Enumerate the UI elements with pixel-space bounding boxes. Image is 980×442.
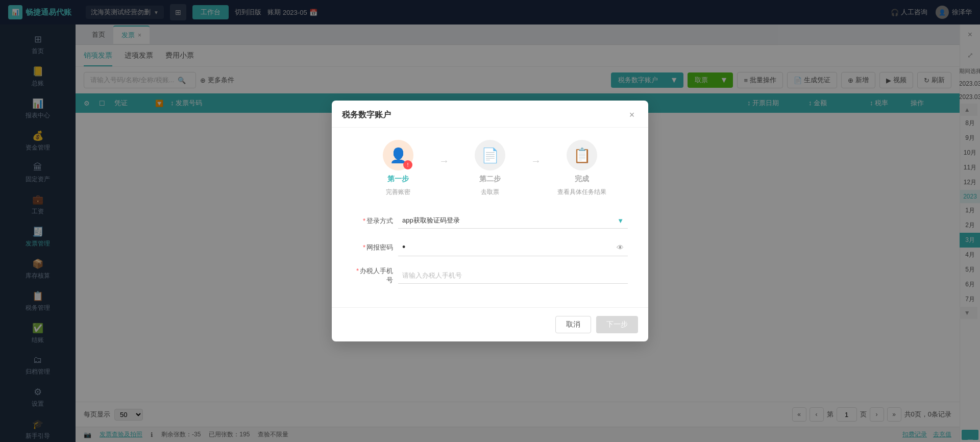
step-1-badge: ! xyxy=(403,160,412,169)
step-1-title: 第一步 xyxy=(387,175,409,184)
cancel-button[interactable]: 取消 xyxy=(555,316,591,333)
eye-icon[interactable]: 👁 xyxy=(617,243,624,252)
step-1-icon: 👤 ! xyxy=(383,140,413,170)
phone-label: *办税人手机号 xyxy=(352,266,398,285)
step-2-desc: 去取票 xyxy=(481,188,499,197)
step-2-doc-icon: 📄 xyxy=(481,147,499,164)
step-arrow-2: → xyxy=(521,155,551,181)
password-required: * xyxy=(363,243,365,251)
step-arrow-1: → xyxy=(429,155,459,181)
login-method-required: * xyxy=(363,217,365,225)
step-2-title: 第二步 xyxy=(479,175,501,184)
step-3-title: 完成 xyxy=(575,175,589,184)
next-button[interactable]: 下一步 xyxy=(596,316,638,333)
password-row: *网报密码 • 👁 xyxy=(352,239,628,256)
dialog-header: 税务数字账户 × xyxy=(332,101,648,128)
dialog-title: 税务数字账户 xyxy=(342,110,391,120)
login-method-row: *登录方式 app获取验证码登录 ▼ xyxy=(352,213,628,229)
step-3: 📋 完成 查看具体任务结果 xyxy=(551,140,612,197)
login-method-value: app获取验证码登录 xyxy=(402,216,460,225)
step-3-desc: 查看具体任务结果 xyxy=(557,188,606,197)
phone-required: * xyxy=(356,267,359,275)
step-2: 📄 第二步 去取票 xyxy=(459,140,521,197)
step-1: 👤 ! 第一步 完善账密 xyxy=(368,140,429,197)
login-method-dropdown-icon: ▼ xyxy=(617,217,624,225)
phone-placeholder: 请输入办税人手机号 xyxy=(402,271,462,280)
login-method-select[interactable]: app获取验证码登录 ▼ xyxy=(398,213,628,229)
dialog-overlay: 税务数字账户 × 👤 ! 第一步 完善账密 → xyxy=(0,0,980,442)
dialog-close-button[interactable]: × xyxy=(626,109,638,121)
phone-input[interactable]: 请输入办税人手机号 xyxy=(398,268,628,284)
step-3-icon: 📋 xyxy=(567,140,597,170)
step-2-icon: 📄 xyxy=(475,140,505,170)
step-3-clipboard-icon: 📋 xyxy=(573,147,591,164)
password-label: *网报密码 xyxy=(352,243,398,252)
dialog-body: 👤 ! 第一步 完善账密 → 📄 第二步 去取票 → xyxy=(332,128,648,307)
password-input[interactable]: • 👁 xyxy=(398,239,628,256)
phone-row: *办税人手机号 请输入办税人手机号 xyxy=(352,266,628,285)
step-1-desc: 完善账密 xyxy=(386,188,410,197)
login-method-label: *登录方式 xyxy=(352,216,398,226)
tax-digital-dialog: 税务数字账户 × 👤 ! 第一步 完善账密 → xyxy=(332,101,648,341)
password-dot: • xyxy=(402,242,405,253)
dialog-footer: 取消 下一步 xyxy=(332,307,648,341)
steps-row: 👤 ! 第一步 完善账密 → 📄 第二步 去取票 → xyxy=(352,140,628,197)
